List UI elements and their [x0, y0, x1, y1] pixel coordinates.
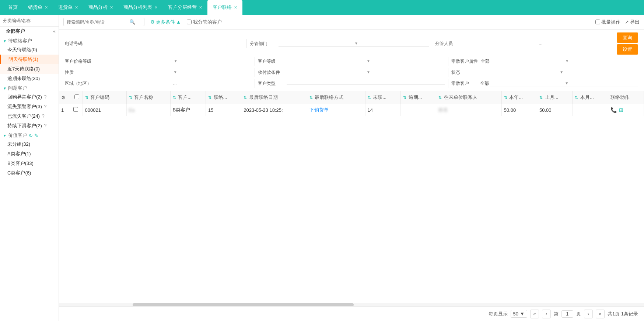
filter-manager: 分管人员 ...	[435, 40, 614, 47]
dept-select[interactable]: ▼	[279, 41, 428, 46]
payment-select[interactable]: ▼	[287, 69, 445, 75]
close-icon[interactable]: ✕	[199, 5, 202, 10]
th-checkbox	[71, 91, 83, 104]
chevron-down-icon: ▼	[174, 70, 251, 74]
price-level-select[interactable]: ▼	[94, 58, 252, 64]
sidebar-item-today-contact[interactable]: 今天待联络(0)	[0, 45, 59, 55]
manager-select[interactable]: ...	[464, 40, 614, 47]
phone-action-icon[interactable]: 📞	[610, 107, 617, 113]
triangle-icon: ▼	[3, 134, 7, 138]
area-select[interactable]: ...	[94, 80, 252, 87]
page-number-input[interactable]	[561, 310, 573, 318]
last-page-btn[interactable]: »	[596, 310, 605, 318]
horizontal-scrollbar[interactable]	[59, 303, 644, 306]
sidebar-item-overdue-contact[interactable]: 逾期未联络(30)	[0, 74, 59, 83]
gender-select[interactable]: ▼	[94, 69, 252, 75]
my-customers-checkbox[interactable]: 我分管的客户	[187, 19, 222, 25]
close-icon[interactable]: ✕	[110, 5, 113, 10]
sidebar-item-declining[interactable]: 持续下滑客户(2) ?	[0, 121, 59, 131]
sidebar-item-ungrouped[interactable]: 未分组(32)	[0, 139, 59, 149]
batch-checkbox[interactable]	[595, 20, 600, 24]
page-size-value: 50	[513, 311, 518, 317]
sidebar-item-churned[interactable]: 已流失客户(24) ?	[0, 111, 59, 121]
retail-attr-select[interactable]: ▼	[491, 58, 638, 64]
phone-input[interactable]	[94, 40, 244, 47]
sort-icon: ⇅	[173, 95, 176, 100]
next-page-btn[interactable]: ›	[584, 310, 593, 318]
data-table-area: ⚙ ⇅ 客户编码 ⇅ 客户名称	[59, 91, 644, 303]
th-overdue: ⇅ 逾期...	[400, 91, 436, 104]
select-all-checkbox[interactable]	[74, 94, 79, 99]
filter-dept: 分管部门 ▼	[250, 41, 428, 47]
edit-icon[interactable]: ✎	[34, 133, 38, 138]
td-action: 📞 ⊞	[608, 104, 644, 116]
sort-icon: ⇅	[539, 95, 543, 100]
contact-way-link[interactable]: 下销货单	[309, 107, 329, 113]
customer-table: ⚙ ⇅ 客户编码 ⇅ 客户名称	[59, 91, 644, 116]
sidebar-item-a-class[interactable]: A类客户(1)	[0, 149, 59, 159]
status-select[interactable]: ▼	[480, 69, 638, 75]
filter-gender: 性质 ▼	[65, 69, 252, 76]
page-size-label: 每页显示	[489, 311, 508, 317]
sidebar-search-input[interactable]	[3, 18, 58, 23]
filter-customer-type: 客户类型	[258, 80, 445, 87]
query-button[interactable]: 查询	[617, 32, 638, 43]
toolbar-right: 批量操作 ↗ 导出	[595, 19, 640, 25]
td-name: Ea	[126, 104, 170, 116]
sidebar-item-b-class[interactable]: B类客户(33)	[0, 159, 59, 168]
th-gear[interactable]: ⚙	[59, 91, 71, 104]
prev-page-btn[interactable]: ‹	[542, 310, 551, 318]
sidebar-item-abnormal-repurchase[interactable]: 回购异常客户(2) ?	[0, 92, 59, 102]
nav-home[interactable]: 首页	[3, 0, 23, 15]
search-input[interactable]	[67, 20, 129, 25]
nav-purchase-order[interactable]: 进货单 ✕	[53, 0, 83, 15]
sidebar-group-problem[interactable]: ▼ 问题客户	[0, 83, 59, 92]
collapse-icon[interactable]: «	[53, 29, 56, 34]
customer-type-select[interactable]	[287, 83, 445, 84]
td-code: 000021	[83, 104, 126, 116]
batch-operation-btn[interactable]: 批量操作	[595, 19, 620, 25]
nav-customer-tiering[interactable]: 客户分层经营 ✕	[163, 0, 207, 15]
export-btn[interactable]: ↗ 导出	[625, 19, 640, 25]
filter-btn[interactable]: ⚙ 更多条件 ▲	[147, 17, 184, 27]
reset-button[interactable]: 设置	[617, 44, 638, 55]
sidebar-group-value[interactable]: ▼ 价值客户 ↻ ✎	[0, 131, 59, 139]
filter-retail-attr: 零散客户属性 全部 ▼	[451, 58, 638, 65]
search-icon[interactable]: 🔍	[129, 19, 135, 25]
sidebar-item-tomorrow-contact[interactable]: 明天待联络(1)	[0, 55, 59, 64]
td-checkbox	[71, 104, 83, 116]
sidebar-item-churn-warning[interactable]: 流失预警客户(3) ?	[0, 102, 59, 111]
gear-icon[interactable]: ⚙	[61, 95, 66, 100]
nav-sales-order[interactable]: 销货单 ✕	[23, 0, 53, 15]
customer-level-select[interactable]: ▼	[287, 58, 445, 64]
sidebar-item-week-contact[interactable]: 近7天待联络(0)	[0, 64, 59, 74]
page-size-select[interactable]: 50 ▼	[511, 310, 527, 318]
table-header-row: ⚙ ⇅ 客户编码 ⇅ 客户名称	[59, 91, 644, 104]
sidebar-all-customers[interactable]: 全部客户 «	[0, 27, 59, 36]
close-icon[interactable]: ✕	[75, 5, 78, 10]
th-this-year: ⇅ 本年...	[501, 91, 537, 104]
nav-customer-contact[interactable]: 客户联络 ✕	[207, 0, 242, 15]
my-customers-check[interactable]	[187, 20, 192, 24]
filter-price-level: 客户价格等级 ▼	[65, 58, 252, 65]
row-checkbox[interactable]	[73, 107, 78, 112]
sidebar-group-pending[interactable]: ▼ 待联络客户	[0, 36, 59, 45]
close-icon[interactable]: ✕	[45, 5, 48, 10]
nav-product-analysis[interactable]: 商品分析 ✕	[83, 0, 118, 15]
sidebar: 🔍 全部客户 « ▼ 待联络客户 今天待联络(0) 明天待联络(1) 近7天待联…	[0, 15, 59, 321]
close-icon[interactable]: ✕	[154, 5, 158, 10]
sidebar-item-c-class[interactable]: C类客户(6)	[0, 168, 59, 178]
th-no-contact: ⇅ 未联...	[365, 91, 400, 104]
retail-customer-select[interactable]: ▼	[490, 80, 638, 86]
first-page-btn[interactable]: «	[530, 310, 539, 318]
th-name: ⇅ 客户名称	[126, 91, 170, 104]
close-icon[interactable]: ✕	[234, 5, 237, 10]
ellipsis-icon: ...	[539, 41, 612, 46]
th-last-month: ⇅ 上月...	[537, 91, 572, 104]
nav-product-analysis-list[interactable]: 商品分析列表 ✕	[118, 0, 163, 15]
refresh-icon[interactable]: ↻	[29, 133, 33, 138]
grid-action-icon[interactable]: ⊞	[619, 107, 623, 113]
sort-icon: ⇅	[85, 95, 88, 100]
scrollbar-thumb[interactable]	[133, 303, 354, 306]
search-box[interactable]: 🔍	[63, 18, 144, 26]
